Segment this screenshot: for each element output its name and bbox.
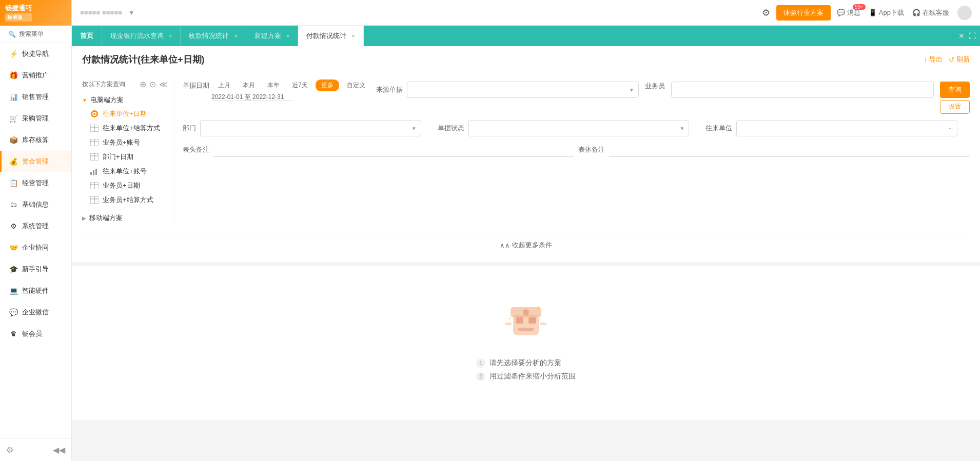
marketing-icon: 🎁 bbox=[9, 71, 18, 80]
tab-new-scheme[interactable]: 新建方案 × bbox=[246, 26, 298, 46]
add-scheme-btn[interactable]: ⊕ bbox=[140, 79, 146, 89]
dept-select[interactable]: ▼ bbox=[200, 120, 421, 136]
tab-payment-stats[interactable]: 付款情况统计 × bbox=[298, 26, 363, 46]
svg-point-26 bbox=[523, 309, 529, 315]
sidebar-item-sales[interactable]: 📊 销售管理 bbox=[0, 86, 71, 108]
sidebar-item-vip[interactable]: ♛ 畅会员 bbox=[0, 323, 71, 345]
tabs-close-all-icon[interactable]: ✕ bbox=[958, 32, 965, 40]
date-btn-this-year[interactable]: 本年 bbox=[263, 79, 284, 91]
date-range-input[interactable] bbox=[211, 93, 293, 101]
collapse-schemes-btn[interactable]: ≪ bbox=[159, 79, 168, 89]
export-btn[interactable]: ↑ 导出 bbox=[924, 55, 943, 64]
schemes-header: 按以下方案查询 ⊕ ⊙ ≪ bbox=[82, 79, 168, 89]
inventory-label: 库存核算 bbox=[22, 135, 49, 145]
scheme-item-staff-date[interactable]: 业务员+日期 bbox=[82, 178, 168, 193]
sidebar-item-inventory[interactable]: 📦 库存核算 bbox=[0, 129, 71, 151]
tab-bank-flow-close[interactable]: × bbox=[169, 33, 172, 39]
tab-new-scheme-close[interactable]: × bbox=[286, 33, 289, 39]
app-download-btn[interactable]: 📱 App下载 bbox=[869, 8, 904, 17]
tip-text-1: 请先选择要分析的方案 bbox=[489, 358, 561, 368]
sidebar-item-operation[interactable]: 📋 经营管理 bbox=[0, 172, 71, 194]
voucher-status-select[interactable]: ▼ bbox=[468, 120, 690, 136]
scheme-table-icon-4 bbox=[90, 182, 99, 190]
user-avatar[interactable] bbox=[957, 6, 972, 20]
sidebar-item-weixin[interactable]: 💬 企业微信 bbox=[0, 302, 71, 323]
scheme-item-unit-date[interactable]: 往来单位+日期 bbox=[82, 107, 168, 121]
svg-rect-13 bbox=[93, 170, 94, 175]
sidebar-item-quicknav[interactable]: ⚡ 快捷导航 bbox=[0, 43, 71, 65]
guide-label: 新手引导 bbox=[22, 265, 49, 274]
topbar-dropdown-icon[interactable]: ▼ bbox=[128, 9, 134, 16]
sidebar-item-marketing[interactable]: 🎁 营销推广 bbox=[0, 65, 71, 86]
tab-bank-flow-label: 现金银行流水查询 bbox=[110, 31, 164, 41]
hardware-icon: 💻 bbox=[9, 286, 18, 295]
dept-label: 部门 bbox=[183, 124, 196, 133]
notifications-btn[interactable]: 💬 消息 99+ bbox=[837, 8, 860, 17]
mobile-category[interactable]: ▶ 移动端方案 bbox=[82, 211, 168, 225]
tabs-maximize-icon[interactable]: ⛶ bbox=[969, 32, 976, 40]
date-label: 单据日期 bbox=[183, 81, 209, 90]
sidebar-item-purchase[interactable]: 🛒 采购管理 bbox=[0, 108, 71, 129]
tip-num-1: 1 bbox=[476, 358, 485, 368]
scheme-staff-date-label: 业务员+日期 bbox=[103, 181, 140, 190]
tab-home-label: 首页 bbox=[80, 31, 93, 41]
sidebar-item-enterprise[interactable]: 🤝 企业协同 bbox=[0, 237, 71, 258]
partner-label: 往来单位 bbox=[705, 124, 732, 133]
tab-collection-close[interactable]: × bbox=[234, 33, 237, 39]
settings-scheme-btn[interactable]: ⊙ bbox=[149, 79, 156, 89]
empty-tip-2: 2 用过滤条件来缩小分析范围 bbox=[476, 372, 576, 381]
filter-settings-btn[interactable]: 设置 bbox=[940, 100, 970, 114]
sidebar-item-hardware[interactable]: 💻 智能硬件 bbox=[0, 280, 71, 302]
partner-select[interactable]: ··· bbox=[736, 120, 957, 136]
scheme-bar-icon bbox=[90, 167, 99, 175]
sidebar-item-basic[interactable]: 🗂 基础信息 bbox=[0, 194, 71, 215]
date-btn-7days[interactable]: 近7天 bbox=[287, 79, 312, 91]
table-header-note-input[interactable] bbox=[213, 143, 574, 157]
guide-icon: 🎓 bbox=[9, 265, 18, 274]
purchase-icon: 🛒 bbox=[9, 114, 18, 123]
date-btn-this-month[interactable]: 本月 bbox=[238, 79, 260, 91]
sales-label: 销售管理 bbox=[22, 92, 49, 102]
date-btn-last-month[interactable]: 上月 bbox=[213, 79, 235, 91]
marketing-label: 营销推广 bbox=[22, 71, 49, 80]
sidebar-item-finance[interactable]: 💰 资金管理 bbox=[0, 151, 71, 172]
scheme-item-unit-account[interactable]: 往来单位+账号 bbox=[82, 164, 168, 178]
online-service-btn[interactable]: 🎧 在线客服 bbox=[912, 8, 949, 17]
staff-select[interactable]: ··· bbox=[671, 82, 934, 98]
tab-bank-flow[interactable]: 现金银行流水查询 × bbox=[102, 26, 181, 46]
scheme-item-unit-payment[interactable]: 往来单位+结算方式 bbox=[82, 121, 168, 135]
settings-bottom-icon[interactable]: ⚙ bbox=[4, 443, 15, 457]
collapse-btn[interactable]: ∧∧ 收起更多条件 bbox=[82, 236, 970, 254]
tab-payment-close[interactable]: × bbox=[351, 33, 355, 39]
scheme-item-staff-account[interactable]: 业务员+账号 bbox=[82, 135, 168, 150]
page-title: 付款情况统计(往来单位+日期) bbox=[82, 53, 205, 66]
scheme-unit-date-label: 往来单位+日期 bbox=[103, 109, 147, 118]
scheme-item-staff-payment[interactable]: 业务员+结算方式 bbox=[82, 193, 168, 207]
sidebar-item-system[interactable]: ⚙ 系统管理 bbox=[0, 215, 71, 237]
source-select[interactable]: ▼ bbox=[407, 82, 639, 98]
filter-panel: 按以下方案查询 ⊕ ⊙ ≪ ▼ 电脑端方案 bbox=[72, 71, 980, 262]
sidebar-item-guide[interactable]: 🎓 新手引导 bbox=[0, 258, 71, 280]
query-btn[interactable]: 查询 bbox=[940, 82, 970, 98]
schemes-header-label: 按以下方案查询 bbox=[82, 80, 125, 89]
schemes-panel: 按以下方案查询 ⊕ ⊙ ≪ ▼ 电脑端方案 bbox=[82, 79, 174, 225]
topbar: ■■■■■ ■■■■■ ▼ ⚙ 体验行业方案 💬 消息 99+ 📱 App下载 … bbox=[72, 0, 980, 26]
collapse-sidebar-icon[interactable]: ◀◀ bbox=[51, 443, 67, 457]
tab-home[interactable]: 首页 bbox=[72, 26, 102, 46]
scheme-circle-icon bbox=[90, 110, 99, 118]
scheme-item-dept-date[interactable]: 部门+日期 bbox=[82, 150, 168, 164]
system-label: 系统管理 bbox=[22, 222, 49, 231]
finance-label: 资金管理 bbox=[22, 157, 49, 166]
table-body-note-input[interactable] bbox=[609, 143, 970, 157]
sidebar: 畅捷通巧 标准版 🔍 搜索菜单 ⚡ 快捷导航 🎁 营销推广 📊 销售管理 🛒 采… bbox=[0, 0, 72, 461]
sidebar-search[interactable]: 🔍 搜索菜单 bbox=[0, 26, 71, 43]
quicknav-label: 快捷导航 bbox=[22, 49, 49, 58]
refresh-btn[interactable]: ↺ 刷新 bbox=[949, 55, 970, 64]
tab-collection-stats[interactable]: 收款情况统计 × bbox=[181, 26, 246, 46]
topbar-settings-icon[interactable]: ⚙ bbox=[762, 7, 770, 18]
weixin-icon: 💬 bbox=[9, 308, 18, 317]
desktop-category[interactable]: ▼ 电脑端方案 bbox=[82, 93, 168, 107]
date-btn-more[interactable]: 更多 bbox=[316, 79, 339, 91]
trial-btn[interactable]: 体验行业方案 bbox=[776, 5, 831, 21]
date-btn-custom[interactable]: 自定义 bbox=[342, 79, 370, 91]
